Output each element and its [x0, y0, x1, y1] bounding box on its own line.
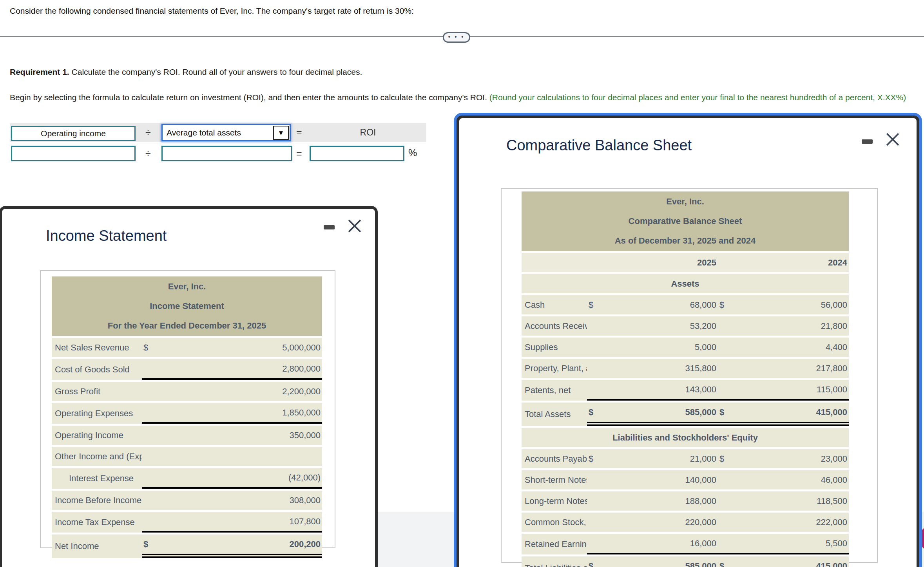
numerator-input[interactable] [11, 146, 136, 161]
dollar-sign-cell [587, 338, 652, 357]
formula-result-label: ROI [310, 123, 426, 142]
row-value: 308,000 [232, 491, 322, 510]
dollar-sign-cell [142, 382, 232, 401]
row-label: Cost of Goods Sold [52, 359, 142, 380]
formula-denominator-dropdown[interactable]: Average total assets ▼ [161, 124, 291, 141]
year-column-2025: 2025 [652, 253, 718, 272]
equals-sign: = [296, 127, 302, 138]
table-row: Income Tax Expense 107,800 [52, 512, 322, 533]
dropdown-arrow-button[interactable]: ▼ [273, 126, 289, 140]
row-value-2025: 68,000 [652, 295, 718, 314]
dollar-sign-cell [718, 380, 783, 401]
table-row: Accounts Payable $ 21,000 $ 23,000 [522, 449, 849, 468]
balance-sheet-container: Ever, Inc. Comparative Balance Sheet As … [501, 188, 878, 563]
percent-sign: % [408, 147, 417, 159]
dollar-sign-cell: $ [142, 338, 232, 357]
dropdown-selected-value: Average total assets [163, 128, 273, 137]
row-value-2025: 53,200 [652, 316, 718, 336]
instruction-note-green: (Round your calculations to four decimal… [489, 93, 906, 102]
instruction-main: Begin by selecting the formula to calcul… [10, 93, 489, 102]
requirement-body: Calculate the company's ROI. Round all o… [69, 67, 362, 76]
window-title: Comparative Balance Sheet [506, 137, 692, 154]
dollar-sign-cell [142, 359, 232, 380]
row-label: Income Before Income Tax Expense [52, 491, 142, 510]
dollar-sign-cell [718, 513, 783, 532]
row-label: Other Income and (Expenses): [52, 447, 142, 466]
minimize-button[interactable] [323, 221, 335, 233]
statement-period: For the Year Ended December 31, 2025 [52, 316, 322, 336]
table-row: Accounts Receivable 53,200 21,800 [522, 316, 849, 336]
row-value: 200,200 [232, 534, 322, 558]
row-value-2024: 415,000 [783, 403, 849, 426]
statement-name: Comparative Balance Sheet [522, 211, 848, 231]
section-collapse-button[interactable]: • • • [443, 32, 470, 43]
statement-period: As of December 31, 2025 and 2024 [522, 231, 848, 251]
row-value-2025: 220,000 [652, 513, 718, 532]
row-label: Supplies [522, 338, 587, 357]
row-value-2025: 188,000 [652, 491, 718, 511]
dollar-sign-cell [718, 491, 783, 511]
table-row: Total Liabilities and Stockholders' Equi… [522, 556, 849, 567]
row-label: Net Sales Revenue [52, 338, 142, 357]
row-value: 107,800 [232, 512, 322, 533]
dollar-sign-cell [142, 491, 232, 510]
row-value-2024: 217,800 [783, 359, 849, 378]
row-label: Interest Expense [52, 468, 142, 489]
row-value-2024: 118,500 [783, 491, 849, 511]
row-value: 2,200,000 [232, 382, 322, 401]
statement-name: Income Statement [52, 296, 322, 316]
table-row: Common Stock, no Par 220,000 222,000 [522, 513, 849, 532]
table-row: Net Income $ 200,200 [52, 534, 322, 558]
row-label: Cash [522, 295, 587, 314]
row-label: Operating Income [52, 426, 142, 445]
dollar-sign-cell [142, 426, 232, 445]
dollar-sign-cell [587, 470, 652, 489]
dollar-sign-cell [587, 534, 652, 554]
dollar-sign-cell [142, 512, 232, 533]
row-value-2025: 585,000 [652, 403, 718, 426]
table-row: Operating Expenses 1,850,000 [52, 403, 322, 424]
row-label: Accounts Payable [522, 449, 587, 468]
question-intro-text: Consider the following condensed financi… [10, 6, 414, 16]
income-statement-container: Ever, Inc. Income Statement For the Year… [40, 270, 335, 548]
balance-sheet-window: Comparative Balance Sheet Ever, Inc. Com… [457, 116, 919, 567]
dollar-sign-cell [718, 534, 783, 554]
close-button[interactable] [347, 217, 362, 233]
minimize-button[interactable] [861, 135, 873, 147]
row-value-2024: 115,000 [783, 380, 849, 401]
requirement-text: Requirement 1. Calculate the company's R… [10, 67, 362, 77]
row-value-2024: 4,400 [783, 338, 849, 357]
dollar-sign-cell [587, 316, 652, 336]
income-statement-window: Income Statement Ever, Inc. Income State… [0, 206, 378, 567]
table-row: Other Income and (Expenses): [52, 447, 322, 466]
income-statement-table: Ever, Inc. Income Statement For the Year… [52, 274, 322, 560]
section-row: Assets [522, 274, 849, 293]
table-row: Cash $ 68,000 $ 56,000 [522, 295, 849, 314]
denominator-input[interactable] [161, 146, 292, 161]
table-header-row: Ever, Inc. Comparative Balance Sheet As … [522, 191, 849, 251]
table-row: Short-term Notes Payable 140,000 46,000 [522, 470, 849, 489]
formula-numerator-box[interactable]: Operating income [11, 126, 136, 141]
year-column-2024: 2024 [783, 253, 849, 272]
instruction-text: Begin by selecting the formula to calcul… [10, 91, 923, 103]
row-label: Gross Profit [52, 382, 142, 401]
close-button[interactable] [885, 131, 900, 146]
row-value-2024: 23,000 [783, 449, 849, 468]
row-label: Net Income [52, 534, 142, 558]
row-label: Accounts Receivable [522, 316, 587, 336]
row-label: Patents, net [522, 380, 587, 401]
table-row: Total Assets $ 585,000 $ 415,000 [522, 403, 849, 426]
dollar-sign-cell [718, 338, 783, 357]
row-value [232, 447, 322, 466]
divide-sign: ÷ [145, 127, 151, 138]
dollar-sign-cell [142, 403, 232, 424]
row-value: 350,000 [232, 426, 322, 445]
company-name: Ever, Inc. [522, 192, 848, 211]
row-value-2025: 585,000 [652, 556, 718, 567]
roi-result-input[interactable] [310, 146, 404, 161]
page: Consider the following condensed financi… [0, 0, 924, 567]
minimize-icon [862, 139, 873, 144]
window-title: Income Statement [46, 228, 167, 244]
dollar-sign-cell [587, 359, 652, 378]
table-row: Supplies 5,000 4,400 [522, 338, 849, 357]
